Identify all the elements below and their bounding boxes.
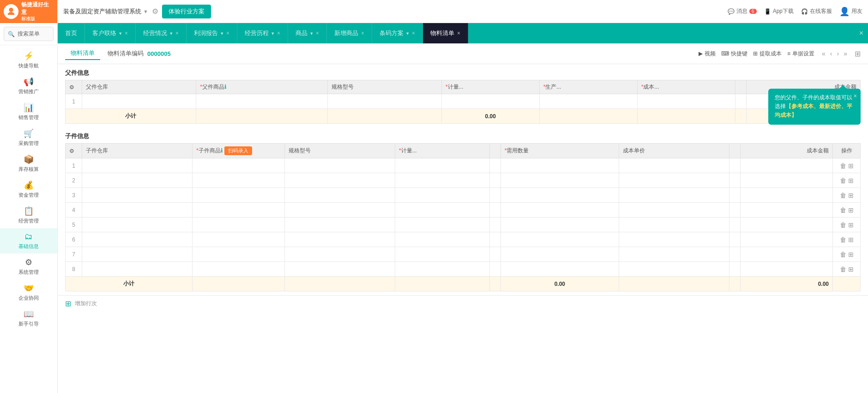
delete-row-5-button[interactable]: 🗑	[840, 221, 846, 229]
copy-row-2-button[interactable]: ⊞	[848, 177, 854, 184]
child-row-2-goods[interactable]	[193, 173, 285, 188]
system-title-dropdown[interactable]: 装备及固定资产辅助管理系统 ▼	[63, 7, 148, 16]
settings-icon[interactable]: ⚙	[152, 7, 158, 16]
parent-row-1-produce[interactable]	[539, 94, 637, 109]
child-row-4-need-qty[interactable]	[500, 203, 619, 218]
child-row-7-warehouse[interactable]	[82, 247, 193, 262]
child-row-8-qty[interactable]	[395, 262, 490, 277]
child-row-4-unit-cost[interactable]	[619, 203, 729, 218]
app-download-item[interactable]: 📱 App下载	[764, 7, 794, 15]
tab-goods[interactable]: 商品 ▾ ×	[288, 23, 327, 43]
child-row-3-unit-cost[interactable]	[619, 188, 729, 203]
tab-bom[interactable]: 物料清单 ×	[423, 23, 468, 43]
messages-item[interactable]: 💬 消息 6	[728, 7, 757, 15]
child-row-8-goods[interactable]	[193, 262, 285, 277]
tab-operations[interactable]: 经营情况 ▾ ×	[136, 23, 187, 43]
child-row-6-qty[interactable]	[395, 232, 490, 247]
last-doc-button[interactable]: »	[842, 49, 849, 58]
sidebar-item-guide[interactable]: 📖 新手引导	[0, 305, 57, 331]
child-row-8-need-qty[interactable]	[500, 262, 619, 277]
sub-tab-bom-list[interactable]: 物料清单	[65, 47, 100, 60]
parent-row-1-goods[interactable]	[196, 94, 327, 109]
delete-row-6-button[interactable]: 🗑	[840, 236, 846, 243]
tab-customer[interactable]: 客户联络 ▾ ×	[85, 23, 136, 43]
parent-row-1-cost[interactable]	[637, 94, 735, 109]
tab-barcode[interactable]: 条码方案 ▾ ×	[372, 23, 423, 43]
tab-add-goods[interactable]: 新增商品 ×	[327, 23, 372, 43]
child-row-5-need-qty[interactable]	[500, 218, 619, 232]
child-row-6-need-qty[interactable]	[500, 232, 619, 247]
child-row-6-goods[interactable]	[193, 232, 285, 247]
scan-input-button[interactable]: 扫码录入	[224, 146, 252, 155]
copy-row-7-button[interactable]: ⊞	[848, 251, 854, 258]
child-row-3-need-qty[interactable]	[500, 188, 619, 203]
copy-row-6-button[interactable]: ⊞	[848, 236, 854, 243]
child-row-8-warehouse[interactable]	[82, 262, 193, 277]
user-item[interactable]: 👤 用友	[839, 6, 862, 17]
child-row-3-goods[interactable]	[193, 188, 285, 203]
copy-row-5-button[interactable]: ⊞	[848, 221, 854, 229]
child-row-8-unit-cost[interactable]	[619, 262, 729, 277]
child-row-4-warehouse[interactable]	[82, 203, 193, 218]
sidebar-item-quick-nav[interactable]: ⚡ 快捷导航	[0, 47, 57, 73]
child-row-6-unit-cost[interactable]	[619, 232, 729, 247]
tab-history-close[interactable]: ×	[277, 30, 280, 36]
delete-row-2-button[interactable]: 🗑	[840, 177, 846, 184]
child-row-3-spec[interactable]	[285, 188, 395, 203]
parent-row-1-qty[interactable]	[441, 94, 539, 109]
child-row-5-unit-cost[interactable]	[619, 218, 729, 232]
child-row-5-warehouse[interactable]	[82, 218, 193, 232]
child-row-1-need-qty[interactable]	[500, 158, 619, 173]
child-row-1-unit-cost[interactable]	[619, 158, 729, 173]
delete-row-7-button[interactable]: 🗑	[840, 251, 846, 258]
tab-barcode-close[interactable]: ×	[412, 30, 415, 36]
prev-doc-button[interactable]: ‹	[828, 49, 834, 58]
child-row-5-goods[interactable]	[193, 218, 285, 232]
sidebar-item-basic[interactable]: 🗂 基础信息	[0, 228, 57, 254]
delete-row-1-button[interactable]: 🗑	[840, 162, 846, 169]
view-button[interactable]: ▶ 视频	[699, 50, 716, 58]
child-row-1-spec[interactable]	[285, 158, 395, 173]
child-row-6-warehouse[interactable]	[82, 232, 193, 247]
delete-row-3-button[interactable]: 🗑	[840, 192, 846, 199]
child-row-1-qty[interactable]	[395, 158, 490, 173]
tab-profit-close[interactable]: ×	[226, 30, 229, 36]
copy-row-1-button[interactable]: ⊞	[848, 162, 854, 169]
tab-bom-close[interactable]: ×	[457, 30, 460, 36]
child-row-5-qty[interactable]	[395, 218, 490, 232]
tab-add-goods-close[interactable]: ×	[361, 30, 364, 36]
tab-history[interactable]: 经营历程 ▾ ×	[237, 23, 288, 43]
child-row-6-spec[interactable]	[285, 232, 395, 247]
menu-grid-icon[interactable]: ⊞	[855, 49, 861, 58]
child-row-7-goods[interactable]	[193, 247, 285, 262]
child-row-7-spec[interactable]	[285, 247, 395, 262]
copy-row-8-button[interactable]: ⊞	[848, 266, 854, 273]
parent-row-1-warehouse[interactable]	[82, 94, 196, 109]
parent-col-settings[interactable]: ⚙	[66, 80, 82, 94]
sidebar-item-marketing[interactable]: 📢 营销推广	[0, 73, 57, 99]
child-row-2-qty[interactable]	[395, 173, 490, 188]
sidebar-item-enterprise[interactable]: 🤝 企业协同	[0, 279, 57, 305]
child-row-4-qty[interactable]	[395, 203, 490, 218]
next-doc-button[interactable]: ›	[835, 49, 841, 58]
sidebar-item-operations[interactable]: 📋 经营管理	[0, 202, 57, 228]
child-row-2-unit-cost[interactable]	[619, 173, 729, 188]
trial-button[interactable]: 体验行业方案	[162, 5, 211, 18]
child-row-7-need-qty[interactable]	[500, 247, 619, 262]
tab-goods-close[interactable]: ×	[316, 30, 319, 36]
delete-row-8-button[interactable]: 🗑	[840, 266, 846, 273]
copy-row-4-button[interactable]: ⊞	[848, 206, 854, 214]
child-row-1-goods[interactable]	[193, 158, 285, 173]
copy-row-3-button[interactable]: ⊞	[848, 192, 854, 199]
online-service-item[interactable]: 🎧 在线客服	[801, 7, 832, 15]
child-row-8-spec[interactable]	[285, 262, 395, 277]
child-row-1-warehouse[interactable]	[82, 158, 193, 173]
sidebar-item-sales[interactable]: 📊 销售管理	[0, 99, 57, 125]
child-row-4-spec[interactable]	[285, 203, 395, 218]
single-settings-button[interactable]: ≡ 单据设置	[787, 50, 814, 58]
tab-operations-close[interactable]: ×	[175, 30, 179, 36]
child-row-3-warehouse[interactable]	[82, 188, 193, 203]
sidebar-item-purchase[interactable]: 🛒 采购管理	[0, 125, 57, 151]
sidebar-item-finance[interactable]: 💰 资金管理	[0, 176, 57, 202]
child-row-7-unit-cost[interactable]	[619, 247, 729, 262]
